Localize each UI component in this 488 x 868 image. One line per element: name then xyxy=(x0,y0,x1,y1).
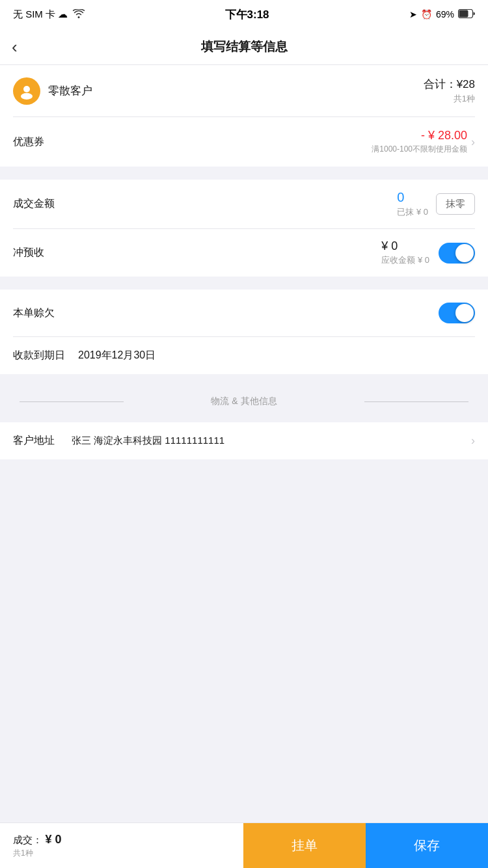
customer-row: 零散客户 合计：¥28 共1种 xyxy=(0,65,488,116)
prepaid-value-block: ¥ 0 应收金额 ¥ 0 xyxy=(381,239,429,266)
status-left: 无 SIM 卡 ☁ xyxy=(13,8,85,21)
duedate-value: 2019年12月30日 xyxy=(78,349,156,362)
deal-amount-sub: 已抹 ¥ 0 xyxy=(397,206,428,218)
coupon-label: 优惠券 xyxy=(13,135,44,149)
footer: 成交： ¥ 0 共1种 挂单 保存 xyxy=(0,822,488,868)
debt-label: 本单赊欠 xyxy=(13,306,55,320)
coupon-desc: 满1000-100不限制使用金额 xyxy=(372,144,467,155)
debt-section: 本单赊欠 收款到期日 2019年12月30日 xyxy=(0,290,488,374)
wifi-icon xyxy=(73,9,85,20)
footer-count: 共1种 xyxy=(13,848,230,859)
customer-section: 零散客户 合计：¥28 共1种 优惠券 - ¥ 28.00 满1000-100不… xyxy=(0,65,488,167)
section-gap-3 xyxy=(0,381,488,387)
hold-button[interactable]: 挂单 xyxy=(243,823,366,869)
duedate-row: 收款到期日 2019年12月30日 xyxy=(0,337,488,374)
prepaid-label: 冲预收 xyxy=(13,246,44,260)
save-button[interactable]: 保存 xyxy=(366,823,488,869)
status-time: 下午3:18 xyxy=(225,7,269,22)
prepaid-right: ¥ 0 应收金额 ¥ 0 xyxy=(381,239,475,266)
coupon-info: - ¥ 28.00 满1000-100不限制使用金额 xyxy=(372,129,467,155)
coupon-right: - ¥ 28.00 满1000-100不限制使用金额 › xyxy=(372,129,475,155)
svg-rect-1 xyxy=(459,10,468,17)
footer-deal-amount: ¥ 0 xyxy=(45,833,61,846)
footer-deal-row: 成交： ¥ 0 xyxy=(13,833,230,847)
svg-point-2 xyxy=(23,86,30,92)
svg-point-3 xyxy=(21,93,33,100)
location-icon: ➤ xyxy=(409,9,417,20)
footer-info: 成交： ¥ 0 共1种 xyxy=(0,833,243,859)
toggle-knob xyxy=(455,244,474,262)
deal-amount-right: 0 已抹 ¥ 0 抹零 xyxy=(397,190,475,218)
prepaid-amount: ¥ 0 xyxy=(381,239,429,253)
deal-amount-value: 0 xyxy=(397,190,428,205)
customer-name: 零散客户 xyxy=(48,83,92,98)
battery-percent: 69% xyxy=(436,9,454,20)
debt-row: 本单赊欠 xyxy=(0,290,488,336)
total-count: 共1种 xyxy=(424,93,475,105)
address-label: 客户地址 xyxy=(13,434,65,448)
section-gap-1 xyxy=(0,173,488,180)
status-right: ➤ ⏰ 69% xyxy=(409,9,475,20)
debt-toggle[interactable] xyxy=(439,303,475,323)
coupon-discount: - ¥ 28.00 xyxy=(372,129,467,142)
total-amount: 合计：¥28 xyxy=(424,77,475,92)
address-chevron-icon: › xyxy=(471,434,475,448)
section-gap-2 xyxy=(0,283,488,290)
address-section: 客户地址 张三 海淀永丰科技园 11111111111 › xyxy=(0,422,488,459)
footer-deal-label: 成交： xyxy=(13,834,42,845)
customer-left: 零散客户 xyxy=(13,77,92,105)
prepaid-sub: 应收金额 ¥ 0 xyxy=(381,254,429,266)
prepaid-toggle[interactable] xyxy=(439,243,475,264)
coupon-row[interactable]: 优惠券 - ¥ 28.00 满1000-100不限制使用金额 › xyxy=(0,117,488,167)
deal-amount-row: 成交金额 0 已抹 ¥ 0 抹零 xyxy=(0,180,488,228)
duedate-label: 收款到期日 xyxy=(13,349,65,362)
address-value: 张三 海淀永丰科技园 11111111111 xyxy=(65,435,471,447)
debt-toggle-knob xyxy=(455,304,474,322)
round-off-button[interactable]: 抹零 xyxy=(436,193,475,215)
page-title: 填写结算等信息 xyxy=(201,38,288,55)
nav-bar: ‹ 填写结算等信息 xyxy=(0,29,488,65)
chevron-right-icon: › xyxy=(471,135,475,149)
status-bar: 无 SIM 卡 ☁ 下午3:18 ➤ ⏰ 69% xyxy=(0,0,488,29)
bottom-space xyxy=(0,466,488,596)
prepaid-row: 冲预收 ¥ 0 应收金额 ¥ 0 xyxy=(0,229,488,277)
back-button[interactable]: ‹ xyxy=(12,38,18,55)
customer-total: 合计：¥28 共1种 xyxy=(424,77,475,105)
battery-icon xyxy=(458,9,475,20)
logistics-label: 物流 & 其他信息 xyxy=(203,396,284,407)
section-gap-4 xyxy=(0,416,488,422)
sim-label: 无 SIM 卡 ☁ xyxy=(13,8,68,21)
deal-amount-label: 成交金额 xyxy=(13,197,65,211)
logistics-divider: 物流 & 其他信息 xyxy=(0,387,488,416)
address-row[interactable]: 客户地址 张三 海淀永丰科技园 11111111111 › xyxy=(0,422,488,459)
avatar xyxy=(13,77,40,105)
alarm-icon: ⏰ xyxy=(421,9,432,20)
deal-amount-value-block: 0 已抹 ¥ 0 xyxy=(397,190,428,218)
deal-amount-section: 成交金额 0 已抹 ¥ 0 抹零 冲预收 ¥ 0 应收金额 ¥ 0 xyxy=(0,180,488,277)
